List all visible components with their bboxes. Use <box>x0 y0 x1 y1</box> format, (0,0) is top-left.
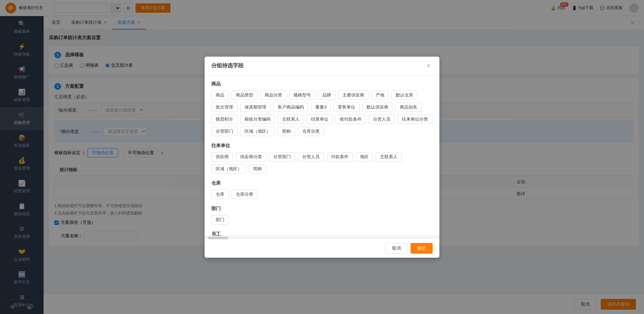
modal-hscroll-thumb <box>208 237 228 239</box>
group-title-employee: 员工 <box>211 231 433 236</box>
field-tag-product-5[interactable]: 主要供应商 <box>338 90 369 100</box>
field-group-product: 商品 商品 商品类型 商品分类 规格型号 品牌 主要供应商 产地 默认仓库 批次… <box>211 81 433 136</box>
field-tag-product-11[interactable]: 重量3 <box>311 103 331 112</box>
field-tag-product-22[interactable]: 分管部门 <box>211 127 237 136</box>
field-tag-product-14[interactable]: 商品别名 <box>395 103 422 112</box>
field-tag-product-2[interactable]: 商品分类 <box>260 90 286 100</box>
field-group-dept: 部门 部门 <box>211 206 433 225</box>
modal-cancel-button[interactable]: 取消 <box>385 243 408 254</box>
field-tag-product-8[interactable]: 批次管理 <box>211 103 237 112</box>
field-tag-product-18[interactable]: 结算单位 <box>307 115 333 124</box>
field-tag-partner-5[interactable]: 地区 <box>356 152 373 162</box>
dept-field-tags: 部门 <box>211 215 433 225</box>
field-tag-product-16[interactable]: 税收分类编码 <box>240 115 275 124</box>
field-tag-partner-8[interactable]: 简称 <box>249 164 266 174</box>
field-group-warehouse: 仓库 仓库 仓库分类 <box>211 180 433 199</box>
field-group-employee: 员工 业务员 <box>211 231 433 236</box>
field-tag-product-15[interactable]: 拣货积分 <box>211 115 237 124</box>
field-tag-partner-0[interactable]: 供应商 <box>211 152 233 162</box>
modal-confirm-button[interactable]: 确定 <box>411 243 433 254</box>
modal-body: 商品 商品 商品类型 商品分类 规格型号 品牌 主要供应商 产地 默认仓库 批次… <box>205 76 439 236</box>
field-tag-warehouse-0[interactable]: 仓库 <box>211 190 229 199</box>
field-tag-product-7[interactable]: 默认仓库 <box>391 90 418 100</box>
modal-dialog: 分组待选字段 × 商品 商品 商品类型 商品分类 规格型号 品牌 主要供应商 产… <box>205 57 439 258</box>
field-tag-product-17[interactable]: 主联系人 <box>278 115 304 124</box>
modal-overlay[interactable]: 分组待选字段 × 商品 商品 商品类型 商品分类 规格型号 品牌 主要供应商 产… <box>0 0 644 314</box>
field-tag-partner-6[interactable]: 主联系人 <box>376 152 402 162</box>
field-group-partner: 往来单位 供应商 供应商分类 分管部门 分管人员 付款条件 地区 主联系人 区域… <box>211 143 433 174</box>
field-tag-partner-2[interactable]: 分管部门 <box>269 152 295 162</box>
modal-title: 分组待选字段 <box>211 62 244 69</box>
warehouse-field-tags: 仓库 仓库分类 <box>211 190 433 199</box>
field-tag-product-12[interactable]: 零售单位 <box>333 103 360 112</box>
field-tag-product-23[interactable]: 区域（地区） <box>240 127 275 136</box>
field-tag-product-19[interactable]: 收付款条件 <box>335 115 366 124</box>
field-tag-partner-1[interactable]: 供应商分类 <box>236 152 266 162</box>
modal-horizontal-scrollbar[interactable] <box>205 236 439 239</box>
group-title-product: 商品 <box>211 81 433 87</box>
field-tag-partner-3[interactable]: 分管人员 <box>298 152 324 162</box>
field-tag-product-24[interactable]: 简称 <box>278 127 295 136</box>
field-tag-product-1[interactable]: 商品类型 <box>231 90 258 100</box>
modal-header: 分组待选字段 × <box>205 57 439 76</box>
field-tag-product-10[interactable]: 客户商品编码 <box>273 103 308 112</box>
group-title-dept: 部门 <box>211 206 433 212</box>
group-title-warehouse: 仓库 <box>211 180 433 186</box>
field-tag-partner-4[interactable]: 付款条件 <box>327 152 353 162</box>
field-tag-product-9[interactable]: 保质期管理 <box>240 103 271 112</box>
field-tag-product-0[interactable]: 商品 <box>211 90 229 100</box>
field-tag-partner-7[interactable]: 区域（地区） <box>211 164 246 174</box>
field-tag-product-6[interactable]: 产地 <box>371 90 389 100</box>
field-tag-product-3[interactable]: 规格型号 <box>289 90 315 100</box>
field-tag-product-4[interactable]: 品牌 <box>318 90 335 100</box>
field-tag-product-20[interactable]: 分管人员 <box>369 115 395 124</box>
group-title-partner: 往来单位 <box>211 143 433 149</box>
field-tag-product-21[interactable]: 往来单位分类 <box>397 115 432 124</box>
field-tag-product-25[interactable]: 仓库分类 <box>298 127 324 136</box>
modal-close-button[interactable]: × <box>425 62 433 70</box>
field-tag-warehouse-1[interactable]: 仓库分类 <box>231 190 258 199</box>
field-tag-dept-0[interactable]: 部门 <box>211 215 229 225</box>
field-tag-product-13[interactable]: 默认供应商 <box>362 103 393 112</box>
modal-footer: 取消 确定 <box>205 239 439 258</box>
product-field-tags: 商品 商品类型 商品分类 规格型号 品牌 主要供应商 产地 默认仓库 批次管理 … <box>211 90 433 136</box>
partner-field-tags: 供应商 供应商分类 分管部门 分管人员 付款条件 地区 主联系人 区域（地区） … <box>211 152 433 174</box>
